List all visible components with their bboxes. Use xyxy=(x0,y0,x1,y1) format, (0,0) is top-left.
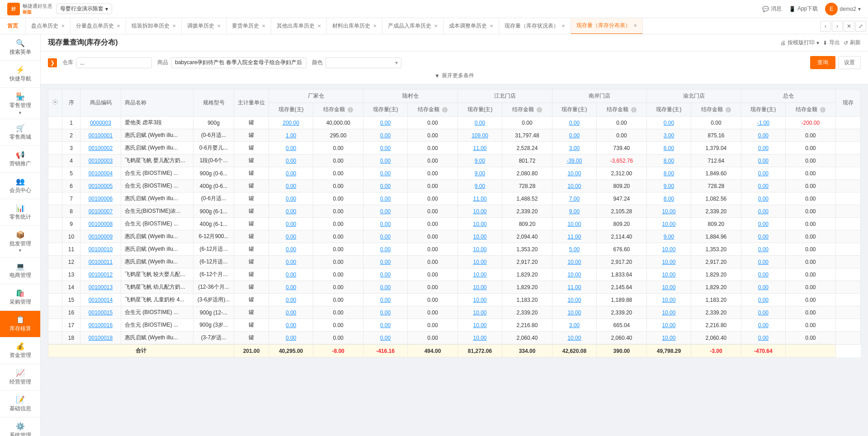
main-layout: 🔍 搜索英单 ⚡ 快捷导航 🏪 零售管理 ▲ 🛒 零售商城 📢 营销推广 👥 会… xyxy=(0,34,868,436)
product-name: 合生元 (BIOSTIME) ... xyxy=(121,180,193,192)
tab-close-icon[interactable]: ✕ xyxy=(434,23,438,28)
table-row: 500100004合生元 (BIOSTIME) ...900g (0-6...罐… xyxy=(48,167,861,180)
fc-amt-info-icon[interactable]: i xyxy=(348,107,353,113)
tab-7[interactable]: 材料出库单历史 ✕ xyxy=(327,18,382,34)
tab-nav: ‹ › ✕ ⤢ xyxy=(820,21,868,32)
product-name: 惠氏启赋 (Wyeth illu... xyxy=(121,230,193,243)
operations-icon: 📈 xyxy=(3,369,38,377)
tab-4[interactable]: 调拨单历史 ✕ xyxy=(182,18,226,34)
tab-8[interactable]: 产成品入库单历史 ✕ xyxy=(382,18,443,34)
tab-next-btn[interactable]: › xyxy=(832,21,843,32)
sidebar-item-inventory[interactable]: 📋 库存核算 xyxy=(0,311,40,338)
tab-close-icon[interactable]: ✕ xyxy=(172,23,176,28)
refresh-btn[interactable]: ↺ 刷新 xyxy=(844,39,861,47)
sidebar-item-system[interactable]: ⚙️ 系统管理 xyxy=(0,417,40,436)
export-icon: ⬇ xyxy=(823,40,827,46)
tab-close-icon[interactable]: ✕ xyxy=(217,23,221,28)
svg-point-0 xyxy=(54,101,56,103)
product-name: 飞鹤星飞帆 幼儿配方奶... xyxy=(121,281,193,294)
table-row: 1300100012飞鹤星飞帆 较大婴儿配...(6-12个月...罐0.000… xyxy=(48,268,861,281)
sidebar-item-retail-mall[interactable]: 🛒 零售商城 xyxy=(0,119,40,146)
product-name: 合生元(BIOSTIME)浓... xyxy=(121,205,193,218)
print-btn[interactable]: 🖨 按模版打印 ▾ xyxy=(780,39,819,47)
tab-10[interactable]: 现存量（库存状况表） ✕ xyxy=(499,18,571,34)
tab-2[interactable]: 分量盘点单历史 ✕ xyxy=(71,18,126,34)
tab-prev-btn[interactable]: ‹ xyxy=(820,21,831,32)
color-input[interactable] xyxy=(326,57,401,68)
tab-1[interactable]: 盘点单历史 ✕ xyxy=(26,18,71,34)
th-factory-warehouse: 厂家仓 xyxy=(269,89,363,103)
product-name: 惠氏启赋 (Wyeth illu... xyxy=(121,243,193,256)
filter-area: ❯ 仓库 商品 颜色 ▾ 查询 设置 xyxy=(41,52,868,84)
app-download-btn[interactable]: 📱 App下载 xyxy=(789,5,818,13)
logo-text: 畅捷通好生意 标版 xyxy=(23,3,52,15)
tab-close-icon[interactable]: ✕ xyxy=(262,23,265,28)
tab-5[interactable]: 要货单历史 ✕ xyxy=(226,18,271,34)
th-yb-qty: 现存量(主) xyxy=(646,103,691,117)
product-name: 惠氏启赋 (Wyeth illu... xyxy=(121,129,193,142)
page-title: 现存量查询(库存分布) xyxy=(48,38,118,47)
sidebar-item-wholesale[interactable]: 📦 批发管理 ▼ xyxy=(0,226,40,258)
tab-close-icon[interactable]: ✕ xyxy=(317,23,321,28)
th-settings[interactable] xyxy=(48,89,62,117)
summary-row: 合计201.0040,295.00-8.00-416.16494.0081,27… xyxy=(48,344,861,357)
tab-11[interactable]: 现存量（库存分布表） ✕ xyxy=(571,18,643,34)
tab-close-icon[interactable]: ✕ xyxy=(561,23,565,28)
sidebar-item-retail-mgmt[interactable]: 🏪 零售管理 ▲ xyxy=(0,88,40,119)
tab-close-icon[interactable]: ✕ xyxy=(633,23,637,28)
query-button[interactable]: 查询 xyxy=(810,56,835,69)
product-name: 飞鹤星飞帆 儿童奶粉 4... xyxy=(121,294,193,306)
tab-6[interactable]: 其他出库单历史 ✕ xyxy=(271,18,327,34)
sidebar-item-retail-stats[interactable]: 📊 零售统计 xyxy=(0,199,40,226)
sidebar-item-marketing[interactable]: 📢 营销推广 xyxy=(0,146,40,173)
tab-expand-btn[interactable]: ⤢ xyxy=(855,21,866,32)
lc-amt-info-icon[interactable]: i xyxy=(442,107,448,113)
tab-close-icon[interactable]: ✕ xyxy=(117,23,120,28)
marketing-icon: 📢 xyxy=(3,150,38,159)
warehouse-input[interactable] xyxy=(76,57,152,68)
th-total-amt: 结存金额 i xyxy=(785,103,835,117)
message-btn[interactable]: 💬 消息 xyxy=(762,5,782,13)
product-name: 惠氏启赋 (Wyeth illu... xyxy=(121,256,193,268)
expand-toggle[interactable]: ▼ 展开更多条件 xyxy=(48,72,861,80)
user-menu[interactable]: E demo2 ▾ xyxy=(825,3,861,15)
export-btn[interactable]: ⬇ 导出 xyxy=(823,39,840,47)
product-name: 飞鹤星飞帆 较大婴儿配... xyxy=(121,268,193,281)
tab-home[interactable]: 首页 xyxy=(0,18,26,34)
tab-close-icon[interactable]: ✕ xyxy=(490,23,493,28)
na-amt-info-icon[interactable]: i xyxy=(631,107,637,113)
chevron-down-icon: ▾ xyxy=(858,6,861,12)
logo-area: 好 畅捷通好生意 标版 xyxy=(7,3,52,15)
tab-3[interactable]: 组装拆卸单历史 ✕ xyxy=(126,18,182,34)
table-row: 1100100010惠氏启赋 (Wyeth illu...(6-12月适...罐… xyxy=(48,243,861,256)
yb-amt-info-icon[interactable]: i xyxy=(726,107,731,113)
industry-selector[interactable]: 母婴行业演示陈套 ▾ xyxy=(56,4,112,14)
jb-amt-info-icon[interactable]: i xyxy=(537,107,542,113)
table-row: 1000100009惠氏启赋 (Wyeth illu...6-12月900...… xyxy=(48,230,861,243)
sidebar-item-quick-nav[interactable]: ⚡ 快捷导航 xyxy=(0,61,40,88)
tab-close-all-btn[interactable]: ✕ xyxy=(844,21,854,32)
lightning-icon: ⚡ xyxy=(3,66,38,74)
filter-collapse-btn[interactable]: ❯ xyxy=(48,58,57,67)
sidebar-item-operations[interactable]: 📈 经营管理 xyxy=(0,364,40,391)
tab-close-icon[interactable]: ✕ xyxy=(61,23,65,28)
chevron-down-icon: ▾ xyxy=(395,60,398,66)
goods-input[interactable] xyxy=(171,57,307,68)
sidebar-item-ecommerce[interactable]: 💻 电商管理 xyxy=(0,258,40,284)
total-amt-info-icon[interactable]: i xyxy=(820,107,826,113)
tab-close-icon[interactable]: ✕ xyxy=(373,23,377,28)
sidebar-item-purchase[interactable]: 🛍️ 采购管理 xyxy=(0,284,40,311)
members-icon: 👥 xyxy=(3,177,38,186)
th-total-qty: 现存量(主) xyxy=(741,103,785,117)
sidebar-item-finance[interactable]: 💰 资金管理 xyxy=(0,338,40,364)
setting-button[interactable]: 设置 xyxy=(838,56,861,69)
printer-icon: 🖨 xyxy=(780,40,786,46)
sidebar-item-search[interactable]: 🔍 搜索英单 xyxy=(0,34,40,61)
topbar: 好 畅捷通好生意 标版 母婴行业演示陈套 ▾ 💬 消息 📱 App下载 E de… xyxy=(0,0,868,18)
tab-9[interactable]: 成本调整单历史 ✕ xyxy=(443,18,499,34)
sidebar-item-basic-info[interactable]: 📝 基础信息 xyxy=(0,391,40,417)
filter-color: 颜色 ▾ xyxy=(312,57,398,68)
th-lc-qty: 现存量(主) xyxy=(363,103,407,117)
th-no: 序 xyxy=(62,89,80,117)
sidebar-item-members[interactable]: 👥 会员中心 xyxy=(0,173,40,199)
